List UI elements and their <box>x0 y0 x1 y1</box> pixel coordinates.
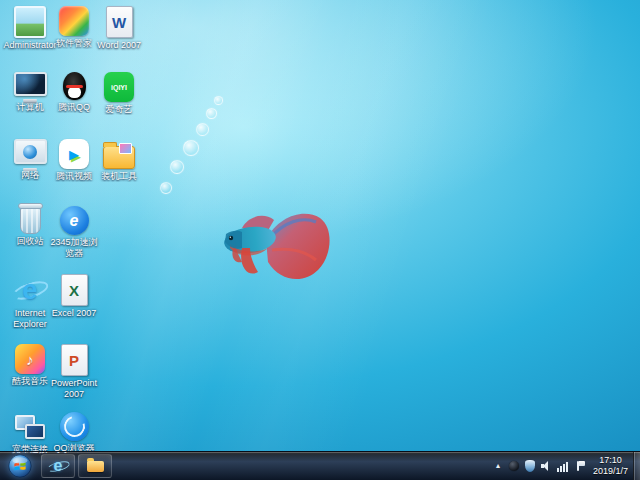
icon-glyph: P <box>69 353 79 368</box>
system-tray: ▴ 17:10 2019/1/7 <box>493 452 640 480</box>
clock-date: 2019/1/7 <box>593 466 628 477</box>
icon-label: PowerPoint 2007 <box>46 378 102 399</box>
install-tools-icon <box>103 146 135 169</box>
tray-icons: ▴ <box>493 460 585 472</box>
icon-glyph: iQIYI <box>111 84 127 91</box>
icon-glyph: e <box>70 213 79 229</box>
icon-label: Word 2007 <box>91 40 147 51</box>
taskbar-button-internet-explorer[interactable]: e <box>41 454 75 478</box>
recycle-bin-icon <box>20 206 41 234</box>
desktop-icon-2345-browser[interactable]: e 2345加速浏览器 <box>46 206 102 258</box>
qq-browser-icon <box>60 412 89 441</box>
tray-volume-icon[interactable] <box>541 460 551 472</box>
icon-glyph: ▶ <box>69 148 79 161</box>
taskbar-button-windows-explorer[interactable] <box>78 454 112 478</box>
word-2007-icon: W <box>106 6 133 38</box>
broadband-icon <box>15 412 45 442</box>
icon-glyph: X <box>69 283 79 298</box>
tray-qq-tray-icon[interactable] <box>509 461 519 471</box>
administrator-icon <box>14 6 46 38</box>
desktop-icon-grid: Administrator 软件管家 W Word 2007 计算机 腾讯QQ … <box>0 0 640 452</box>
iqiyi-icon: iQIYI <box>104 72 134 102</box>
software-manager-icon <box>59 6 89 36</box>
tray-hidden-icons-arrow[interactable]: ▴ <box>493 462 503 470</box>
icon-label: 装机工具 <box>91 171 147 182</box>
start-button[interactable] <box>5 452 35 480</box>
tray-clock[interactable]: 17:10 2019/1/7 <box>593 455 628 478</box>
tray-network-icon[interactable] <box>557 460 569 472</box>
desktop-icon-powerpoint-2007[interactable]: P PowerPoint 2007 <box>46 344 102 399</box>
taskbar-buttons: e <box>41 454 112 478</box>
icon-glyph: W <box>112 15 126 30</box>
icon-label: 2345加速浏览器 <box>46 237 102 258</box>
icon-label: 爱奇艺 <box>91 104 147 115</box>
icon-label: Excel 2007 <box>46 308 102 319</box>
powerpoint-2007-icon: P <box>61 344 88 376</box>
internet-explorer-icon: e <box>48 456 68 476</box>
icon-glyph: ♪ <box>26 352 34 367</box>
taskbar: e ▴ 17:10 2019/1/7 <box>0 451 640 480</box>
windows-explorer-icon <box>87 461 104 472</box>
excel-2007-icon: X <box>61 274 88 306</box>
2345-browser-icon: e <box>60 206 89 235</box>
computer-icon <box>14 72 47 96</box>
icon-glyph: e <box>22 277 37 304</box>
clock-time: 17:10 <box>593 455 628 466</box>
desktop[interactable]: Administrator 软件管家 W Word 2007 计算机 腾讯QQ … <box>0 0 640 452</box>
internet-explorer-icon: e <box>14 274 46 306</box>
desktop-icon-install-tools[interactable]: 装机工具 <box>91 139 147 182</box>
screen: Administrator 软件管家 W Word 2007 计算机 腾讯QQ … <box>0 0 640 480</box>
desktop-icon-excel-2007[interactable]: X Excel 2007 <box>46 274 102 319</box>
windows-orb-icon <box>8 454 32 478</box>
tencent-video-icon: ▶ <box>59 139 89 169</box>
kuwo-music-icon: ♪ <box>15 344 45 374</box>
desktop-icon-qq-browser[interactable]: QQ浏览器 <box>46 412 102 454</box>
tray-action-center-flag[interactable] <box>575 460 585 472</box>
tencent-qq-icon <box>63 72 86 100</box>
network-icon <box>14 139 47 164</box>
show-desktop-button[interactable] <box>633 452 640 480</box>
desktop-icon-word-2007[interactable]: W Word 2007 <box>91 6 147 51</box>
tray-security-shield-icon[interactable] <box>525 460 535 472</box>
desktop-icon-iqiyi[interactable]: iQIYI 爱奇艺 <box>91 72 147 115</box>
